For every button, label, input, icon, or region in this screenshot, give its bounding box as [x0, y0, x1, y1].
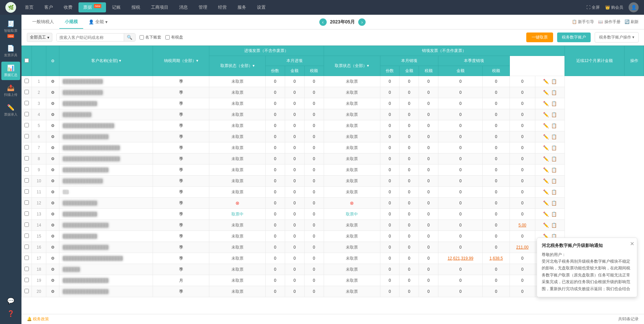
- settings-icon[interactable]: ⚙: [51, 234, 55, 239]
- sidebar-item-invoice-summary[interactable]: 📊 票据汇总: [1, 62, 20, 80]
- sidebar-item-help[interactable]: ❓: [1, 307, 20, 320]
- row-checkbox[interactable]: [24, 101, 29, 105]
- row-settings-cell[interactable]: ⚙: [46, 142, 59, 153]
- nav-invoice[interactable]: 票据 new: [78, 2, 106, 12]
- edit-button[interactable]: ✏️: [542, 167, 549, 173]
- edit-button[interactable]: ✏️: [542, 111, 549, 118]
- row-settings-cell[interactable]: ⚙: [46, 187, 59, 198]
- row-checkbox-cell[interactable]: [22, 264, 32, 275]
- settings-icon[interactable]: ⚙: [51, 168, 55, 172]
- edit-button[interactable]: ✏️: [542, 133, 549, 140]
- copy-button[interactable]: 📋: [550, 133, 557, 140]
- tax-digital-op-button[interactable]: 税务数字账户操作 ▾: [595, 32, 639, 43]
- settings-icon[interactable]: ⚙: [51, 134, 55, 139]
- row-checkbox[interactable]: [24, 245, 29, 249]
- copy-button[interactable]: 📋: [550, 178, 557, 184]
- one-click-invoice-button[interactable]: 一键取票: [526, 33, 553, 42]
- my-accounts-checkbox[interactable]: [140, 35, 144, 40]
- row-checkbox-cell[interactable]: [22, 109, 32, 120]
- edit-button[interactable]: ✏️: [542, 89, 549, 96]
- copy-button[interactable]: 📋: [550, 111, 557, 118]
- row-checkbox[interactable]: [24, 145, 29, 149]
- deduct-tax-link[interactable]: 1,638.5: [489, 256, 503, 261]
- row-checkbox[interactable]: [24, 222, 29, 227]
- settings-icon[interactable]: ⚙: [51, 256, 55, 261]
- edit-button[interactable]: ✏️: [542, 178, 549, 184]
- copy-button[interactable]: 📋: [550, 200, 557, 206]
- edit-button[interactable]: ✏️: [542, 222, 549, 229]
- nav-message[interactable]: 消息: [174, 2, 193, 12]
- user-avatar[interactable]: 👤: [629, 2, 639, 12]
- row-checkbox[interactable]: [24, 211, 29, 216]
- copy-button[interactable]: 📋: [550, 78, 557, 85]
- settings-icon[interactable]: ⚙: [51, 278, 55, 283]
- row-checkbox-cell[interactable]: [22, 76, 32, 87]
- search-input[interactable]: [57, 34, 124, 41]
- row-checkbox-cell[interactable]: [22, 220, 32, 231]
- nav-operation[interactable]: 经营: [213, 2, 231, 12]
- th-client-name[interactable]: 客户名称(全部) ▾: [59, 46, 153, 76]
- copy-button[interactable]: 📋: [550, 167, 557, 173]
- settings-icon[interactable]: ⚙: [51, 267, 55, 272]
- tax-policy-link[interactable]: 🔔 税务政策: [27, 316, 49, 322]
- sidebar-item-invoice-entry[interactable]: ✏️ 票据录入: [1, 101, 20, 120]
- deduct-amount-link[interactable]: 12,621,319.99: [447, 256, 473, 261]
- row-checkbox-cell[interactable]: [22, 286, 32, 297]
- settings-icon[interactable]: ⚙: [51, 245, 55, 250]
- row-checkbox[interactable]: [24, 256, 29, 260]
- row-settings-cell[interactable]: ⚙: [46, 120, 59, 131]
- settings-icon[interactable]: ⚙: [51, 179, 55, 183]
- fullscreen-button[interactable]: ⛶ 全屏: [586, 5, 599, 10]
- copy-button[interactable]: 📋: [550, 155, 557, 162]
- row-checkbox[interactable]: [24, 234, 29, 238]
- cumulative-link[interactable]: 211.00: [516, 245, 529, 250]
- copy-button[interactable]: 📋: [550, 122, 557, 129]
- row-settings-cell[interactable]: ⚙: [46, 209, 59, 220]
- row-checkbox[interactable]: [24, 289, 29, 293]
- settings-icon[interactable]: ⚙: [51, 79, 55, 84]
- edit-button[interactable]: ✏️: [542, 155, 549, 162]
- row-checkbox-cell[interactable]: [22, 253, 32, 264]
- th-tax-period[interactable]: 纳税周期（全部）▾: [153, 46, 209, 76]
- row-settings-cell[interactable]: ⚙: [46, 87, 59, 98]
- row-checkbox[interactable]: [24, 278, 29, 282]
- row-settings-cell[interactable]: ⚙: [46, 131, 59, 142]
- row-checkbox-cell[interactable]: [22, 231, 32, 242]
- nav-fee[interactable]: 收费: [59, 2, 77, 12]
- nav-business[interactable]: 工商项目: [146, 2, 173, 12]
- row-checkbox[interactable]: [24, 112, 29, 116]
- row-checkbox[interactable]: [24, 134, 29, 138]
- search-button[interactable]: 🔍: [124, 34, 135, 41]
- operation-manual[interactable]: 📖 操作手册: [598, 19, 620, 25]
- sidebar-item-smart-invoice[interactable]: 🧾 智能取票 new: [1, 17, 20, 41]
- row-settings-cell[interactable]: ⚙: [46, 253, 59, 264]
- row-checkbox-cell[interactable]: [22, 98, 32, 109]
- settings-icon[interactable]: ⚙: [51, 112, 55, 117]
- edit-button[interactable]: ✏️: [542, 100, 549, 107]
- sidebar-item-scan-upload[interactable]: 📤 扫描上传: [1, 81, 20, 100]
- row-checkbox[interactable]: [24, 90, 29, 94]
- settings-icon[interactable]: ⚙: [51, 123, 55, 128]
- settings-icon[interactable]: ⚙: [51, 156, 55, 161]
- edit-button[interactable]: ✏️: [542, 200, 549, 206]
- row-settings-cell[interactable]: ⚙: [46, 242, 59, 253]
- cumulative-link[interactable]: 5.00: [519, 223, 526, 228]
- row-checkbox-cell[interactable]: [22, 120, 32, 131]
- settings-icon[interactable]: ⚙: [51, 190, 55, 194]
- row-checkbox-cell[interactable]: [22, 142, 32, 153]
- new-user-guide[interactable]: 📋 新手引导: [572, 19, 594, 25]
- row-settings-cell[interactable]: ⚙: [46, 109, 59, 120]
- tax-digital-account-button[interactable]: 税务数字账户: [557, 33, 591, 42]
- refresh-button[interactable]: 🔄 刷新: [625, 19, 639, 25]
- nav-service[interactable]: 服务: [233, 2, 251, 12]
- copy-button[interactable]: 📋: [550, 89, 557, 96]
- row-checkbox-cell[interactable]: [22, 198, 32, 209]
- prev-month-button[interactable]: ‹: [319, 18, 327, 26]
- row-checkbox-cell[interactable]: [22, 131, 32, 142]
- nav-accounting[interactable]: 记账: [107, 2, 125, 12]
- row-settings-cell[interactable]: ⚙: [46, 275, 59, 286]
- row-checkbox-cell[interactable]: [22, 242, 32, 253]
- nav-tax[interactable]: 报税: [127, 2, 145, 12]
- edit-button[interactable]: ✏️: [542, 211, 549, 217]
- settings-icon[interactable]: ⚙: [51, 90, 55, 95]
